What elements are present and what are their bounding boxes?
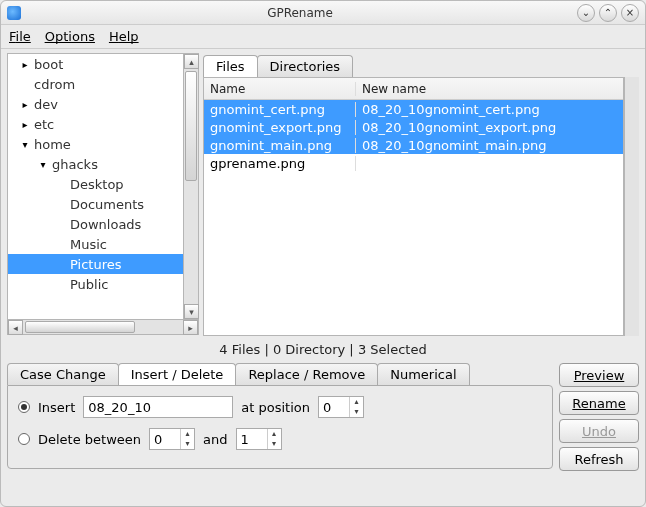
and-label: and xyxy=(203,432,227,447)
radio-delete[interactable] xyxy=(18,433,30,445)
insert-label: Insert xyxy=(38,400,75,415)
file-row[interactable]: gnomint_export.png08_20_10gnomint_export… xyxy=(204,118,623,136)
tree-item[interactable]: Pictures xyxy=(8,254,183,274)
tree-item-label: cdrom xyxy=(34,77,75,92)
spin-down-icon[interactable]: ▾ xyxy=(268,439,281,449)
tree-item[interactable]: Documents xyxy=(8,194,183,214)
column-name[interactable]: Name xyxy=(204,82,356,96)
delete-to-spinner[interactable]: ▴▾ xyxy=(236,428,282,450)
menu-help[interactable]: Help xyxy=(109,29,139,44)
rename-button[interactable]: Rename xyxy=(559,391,639,415)
folder-tree[interactable]: ▸bootcdrom▸dev▸etc▾home▾ghacksDesktopDoc… xyxy=(7,53,184,320)
refresh-button[interactable]: Refresh xyxy=(559,447,639,471)
scroll-thumb-h[interactable] xyxy=(25,321,135,333)
tree-item[interactable]: ▾ghacks xyxy=(8,154,183,174)
scroll-left-icon[interactable]: ◂ xyxy=(8,320,23,335)
tree-item-label: Public xyxy=(70,277,108,292)
tree-item-label: dev xyxy=(34,97,58,112)
tree-scrollbar-vertical[interactable]: ▴ ▾ xyxy=(184,53,199,320)
file-list[interactable]: Name New name gnomint_cert.png08_20_10gn… xyxy=(203,77,624,336)
tree-item[interactable]: ▸dev xyxy=(8,94,183,114)
scroll-up-icon[interactable]: ▴ xyxy=(184,54,199,69)
position-spinner[interactable]: ▴▾ xyxy=(318,396,364,418)
scroll-down-icon[interactable]: ▾ xyxy=(184,304,199,319)
close-button[interactable]: × xyxy=(621,4,639,22)
tree-item[interactable]: Public xyxy=(8,274,183,294)
tree-item[interactable]: Desktop xyxy=(8,174,183,194)
maximize-button[interactable]: ⌃ xyxy=(599,4,617,22)
scroll-thumb[interactable] xyxy=(185,71,197,181)
tree-item[interactable]: Downloads xyxy=(8,214,183,234)
spin-down-icon[interactable]: ▾ xyxy=(181,439,194,449)
file-name-cell: gnomint_main.png xyxy=(204,138,356,153)
tab-numerical[interactable]: Numerical xyxy=(377,363,469,385)
file-newname-cell: 08_20_10gnomint_export.png xyxy=(356,120,623,135)
tree-item-label: etc xyxy=(34,117,54,132)
tree-item[interactable]: cdrom xyxy=(8,74,183,94)
tree-item[interactable]: ▸etc xyxy=(8,114,183,134)
minimize-button[interactable]: ⌄ xyxy=(577,4,595,22)
title-bar: GPRename ⌄ ⌃ × xyxy=(1,1,645,25)
column-newname[interactable]: New name xyxy=(356,82,623,96)
file-panel: Files Directories Name New name gnomint_… xyxy=(203,53,639,336)
file-row[interactable]: gnomint_main.png08_20_10gnomint_main.png xyxy=(204,136,623,154)
file-row[interactable]: gprename.png xyxy=(204,154,623,172)
tree-item[interactable]: Music xyxy=(8,234,183,254)
tree-expander-icon[interactable]: ▸ xyxy=(20,99,30,110)
undo-button[interactable]: Undo xyxy=(559,419,639,443)
tree-expander-icon[interactable]: ▾ xyxy=(38,159,48,170)
file-tabs: Files Directories xyxy=(203,53,639,77)
delete-from-value[interactable] xyxy=(150,429,180,449)
tree-item-label: Pictures xyxy=(70,257,121,272)
tab-replace-remove[interactable]: Replace / Remove xyxy=(235,363,378,385)
tab-files[interactable]: Files xyxy=(203,55,258,77)
tab-insert-delete[interactable]: Insert / Delete xyxy=(118,363,237,385)
tree-panel: ▸bootcdrom▸dev▸etc▾home▾ghacksDesktopDoc… xyxy=(7,53,199,336)
spin-up-icon[interactable]: ▴ xyxy=(350,397,363,407)
spin-up-icon[interactable]: ▴ xyxy=(268,429,281,439)
tree-expander-icon[interactable]: ▸ xyxy=(20,59,30,70)
delete-label: Delete between xyxy=(38,432,141,447)
tree-scrollbar-horizontal[interactable]: ◂ ▸ xyxy=(7,320,199,335)
insert-text-input[interactable] xyxy=(83,396,233,418)
file-scrollbar[interactable] xyxy=(624,77,639,336)
main-split: ▸bootcdrom▸dev▸etc▾home▾ghacksDesktopDoc… xyxy=(1,49,645,336)
tree-item-label: Music xyxy=(70,237,107,252)
scroll-right-icon[interactable]: ▸ xyxy=(183,320,198,335)
spin-up-icon[interactable]: ▴ xyxy=(181,429,194,439)
insert-delete-panel: Insert at position ▴▾ Delete between ▴▾ … xyxy=(7,385,553,469)
delete-from-spinner[interactable]: ▴▾ xyxy=(149,428,195,450)
app-icon xyxy=(7,6,21,20)
radio-insert[interactable] xyxy=(18,401,30,413)
operation-tabs: Case Change Insert / Delete Replace / Re… xyxy=(7,361,553,385)
preview-button[interactable]: Preview xyxy=(559,363,639,387)
tree-item[interactable]: ▾home xyxy=(8,134,183,154)
action-buttons: Preview Rename Undo Refresh xyxy=(559,361,639,471)
menu-options[interactable]: Options xyxy=(45,29,95,44)
tree-item-label: boot xyxy=(34,57,63,72)
menu-file[interactable]: File xyxy=(9,29,31,44)
tree-expander-icon[interactable]: ▾ xyxy=(20,139,30,150)
delete-to-value[interactable] xyxy=(237,429,267,449)
tree-item-label: home xyxy=(34,137,71,152)
file-list-header: Name New name xyxy=(204,78,623,100)
status-bar: 4 Files | 0 Directory | 3 Selected xyxy=(1,336,645,361)
file-name-cell: gnomint_export.png xyxy=(204,120,356,135)
file-row[interactable]: gnomint_cert.png08_20_10gnomint_cert.png xyxy=(204,100,623,118)
file-newname-cell: 08_20_10gnomint_cert.png xyxy=(356,102,623,117)
tab-case-change[interactable]: Case Change xyxy=(7,363,119,385)
tree-item-label: ghacks xyxy=(52,157,98,172)
tree-item-label: Documents xyxy=(70,197,144,212)
file-newname-cell: 08_20_10gnomint_main.png xyxy=(356,138,623,153)
tree-expander-icon[interactable]: ▸ xyxy=(20,119,30,130)
file-name-cell: gnomint_cert.png xyxy=(204,102,356,117)
window-title: GPRename xyxy=(27,6,573,20)
tree-item-label: Desktop xyxy=(70,177,124,192)
tree-item[interactable]: ▸boot xyxy=(8,54,183,74)
file-name-cell: gprename.png xyxy=(204,156,356,171)
tree-item-label: Downloads xyxy=(70,217,141,232)
position-value[interactable] xyxy=(319,397,349,417)
spin-down-icon[interactable]: ▾ xyxy=(350,407,363,417)
tab-directories[interactable]: Directories xyxy=(257,55,354,77)
bottom-area: Case Change Insert / Delete Replace / Re… xyxy=(1,361,645,477)
